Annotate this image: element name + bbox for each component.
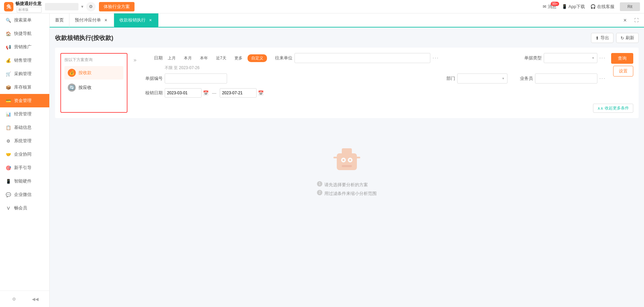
tab-expand-icon[interactable]: ⛶: [632, 16, 641, 24]
app-download-area[interactable]: 📱 App下载: [562, 4, 585, 10]
sidebar-collapse-icon[interactable]: ◀◀: [31, 294, 40, 304]
vip-label: 畅会员: [14, 205, 27, 211]
sidebar-item-biz-mgmt[interactable]: 📊 经营管理: [0, 107, 49, 121]
sidebar-item-newbie[interactable]: 🎯 新手引导: [0, 161, 49, 174]
filter-option-by-receipt[interactable]: 💰 按收款: [64, 66, 123, 80]
brand-text-block: 畅捷通好生意 标准版: [15, 1, 42, 13]
counterparty-input[interactable]: [294, 53, 431, 63]
dept-label: 部门: [435, 75, 455, 82]
receipt-tab-label: 收款核销执行: [119, 17, 146, 23]
chip-this-year[interactable]: 本年: [197, 54, 211, 62]
tab-receipt-writeoff[interactable]: 收款核销执行 ✕: [114, 13, 159, 27]
sales-mgmt-label: 销售管理: [14, 57, 32, 63]
enterprise-label: 企业协同: [14, 151, 32, 157]
receipt-tab-close[interactable]: ✕: [148, 17, 153, 23]
svg-rect-6: [342, 165, 352, 167]
writeoff-date-label: 核销日期: [143, 90, 163, 96]
writeoff-date-field: 核销日期 📅 — 📅: [143, 88, 264, 98]
bill-type-more-icon[interactable]: ···: [599, 55, 606, 61]
chip-last-7-days[interactable]: 近7天: [213, 54, 229, 62]
tab-home[interactable]: 首页: [50, 13, 69, 27]
topbar-right: ✉ 消息 99+ 📱 App下载 🎧 在线客服 Rit: [543, 2, 640, 11]
sidebar-item-inventory[interactable]: 📦 库存核算: [0, 81, 49, 94]
empty-hint-2: 用过滤条件来缩小分析范围: [324, 189, 377, 198]
bill-type-select[interactable]: [544, 53, 597, 63]
writeoff-date-end-input[interactable]: [220, 88, 257, 98]
fund-mgmt-icon: 💳: [5, 98, 11, 104]
refresh-label: 刷新: [626, 35, 634, 41]
sidebar-item-smart-hw[interactable]: 📱 智能硬件: [0, 174, 49, 188]
chip-more[interactable]: 更多: [231, 54, 246, 62]
prepay-tab-close[interactable]: ✕: [103, 17, 108, 23]
set-button[interactable]: 设置: [613, 66, 633, 76]
sidebar-item-marketing[interactable]: 📢 营销推广: [0, 40, 49, 54]
filter-option-by-receivable[interactable]: 🔄 按应收: [64, 81, 123, 94]
page-title: 收款核销执行(按收款): [55, 34, 113, 42]
enterprise-icon: 🤝: [5, 151, 11, 157]
tab-close-all-icon[interactable]: ✕: [621, 16, 629, 24]
filter-query-inner: 按以下方案查询 💰 按收款 🔄 按应收 »: [60, 53, 633, 113]
brand-area: 兔 畅捷通好生意 标准版: [4, 1, 42, 13]
refresh-icon: ↻: [621, 36, 624, 41]
smart-hw-label: 智能硬件: [14, 178, 32, 184]
message-badge: 99+: [551, 2, 559, 6]
chip-custom[interactable]: 自定义: [248, 54, 267, 62]
bill-type-select-wrap: [544, 53, 597, 63]
sidebar-item-fund-mgmt[interactable]: 💳 资金管理: [0, 94, 49, 107]
online-service-label: 在线客服: [597, 4, 614, 10]
user-area: ▾: [45, 3, 84, 10]
svg-rect-1: [342, 148, 352, 155]
query-form: 日期 上月 本月 本年 近7天 更多 自定义: [143, 53, 633, 113]
online-service-area[interactable]: 🎧 在线客服: [590, 4, 614, 10]
sidebar-item-enterprise[interactable]: 🤝 企业协同: [0, 148, 49, 161]
export-button[interactable]: ⬆ 导出: [591, 33, 613, 43]
chip-last-month[interactable]: 上月: [165, 54, 179, 62]
message-icon-area[interactable]: ✉ 消息 99+: [543, 4, 556, 10]
refresh-button[interactable]: ↻ 刷新: [616, 33, 639, 43]
vip-icon: V: [5, 205, 11, 211]
chip-this-month[interactable]: 本月: [181, 54, 195, 62]
user-avatar[interactable]: Rit: [620, 2, 640, 11]
tab-prepay-reconcile[interactable]: 预付冲应付单 ✕: [69, 13, 114, 27]
headset-icon: 🎧: [590, 4, 596, 9]
counterparty-more-icon[interactable]: ···: [432, 55, 439, 61]
writeoff-date-start-input[interactable]: [165, 88, 202, 98]
sidebar-settings-icon[interactable]: ⚙: [9, 294, 19, 304]
quick-nav-label: 快捷导航: [14, 31, 32, 37]
collapse-more-button[interactable]: ∧∧ 收起更多条件: [593, 104, 633, 113]
writeoff-end-calendar-icon[interactable]: 📅: [258, 90, 264, 96]
filter-query-container: 按以下方案查询 💰 按收款 🔄 按应收 »: [55, 48, 639, 118]
newbie-label: 新手引导: [14, 165, 32, 171]
bill-no-input[interactable]: [165, 73, 227, 84]
solution-button[interactable]: 体验行业方案: [99, 2, 135, 11]
sidebar-item-sys-mgmt[interactable]: ⚙ 系统管理: [0, 134, 49, 148]
settings-gear-icon[interactable]: ⚙: [86, 2, 96, 11]
query-button[interactable]: 查询: [611, 53, 633, 64]
app-download-icon: 📱: [562, 4, 567, 9]
sidebar-item-purchase-mgmt[interactable]: 🛒 采购管理: [0, 67, 49, 81]
main-layout: 🔍 搜索菜单 🏠 快捷导航 📢 营销推广 💰 销售管理 🛒 采购管理 📦 库存核…: [0, 13, 644, 307]
sys-mgmt-icon: ⚙: [5, 138, 11, 144]
brand-name: 畅捷通好生意: [15, 1, 42, 7]
counterparty-field: 往来单位 ···: [272, 53, 439, 63]
page-content: 收款核销执行(按收款) ⬆ 导出 ↻ 刷新 按以: [50, 28, 644, 307]
sidebar: 🔍 搜索菜单 🏠 快捷导航 📢 营销推广 💰 销售管理 🛒 采购管理 📦 库存核…: [0, 13, 50, 307]
sidebar-item-quick-nav[interactable]: 🏠 快捷导航: [0, 27, 49, 40]
bill-type-field: 单据类型 ···: [439, 53, 606, 63]
newbie-icon: 🎯: [5, 165, 11, 171]
dept-select[interactable]: [457, 73, 507, 84]
sidebar-item-wechat-biz[interactable]: 💬 企业微信: [0, 188, 49, 201]
staff-input[interactable]: [535, 73, 597, 84]
sidebar-item-search-menu[interactable]: 🔍 搜索菜单: [0, 13, 49, 27]
staff-more-icon[interactable]: ···: [599, 75, 606, 82]
sidebar-item-basic-info[interactable]: 📋 基础信息: [0, 121, 49, 134]
basic-info-icon: 📋: [5, 124, 11, 131]
writeoff-start-calendar-icon[interactable]: 📅: [203, 90, 209, 96]
std-badge: 标准版: [17, 7, 42, 13]
bill-type-label: 单据类型: [522, 55, 542, 61]
sidebar-item-sales-mgmt[interactable]: 💰 销售管理: [0, 54, 49, 67]
user-dropdown-icon[interactable]: ▾: [81, 4, 84, 9]
sidebar-item-vip[interactable]: V 畅会员: [0, 201, 49, 215]
svg-point-4: [342, 159, 344, 161]
filter-collapse-button[interactable]: »: [131, 54, 139, 113]
